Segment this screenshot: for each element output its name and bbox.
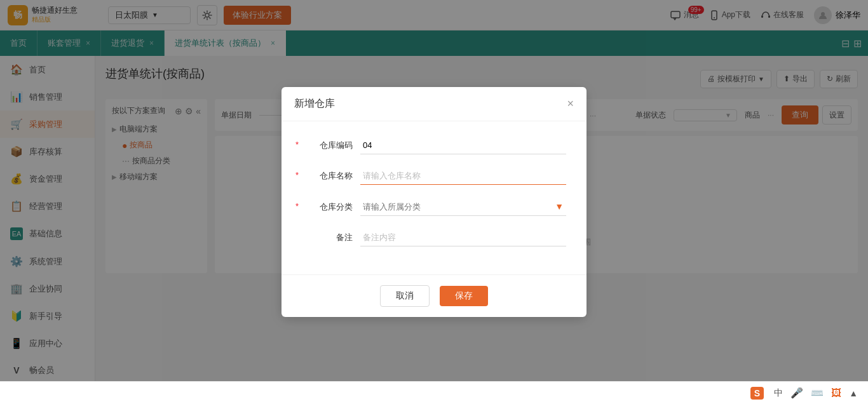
category-dropdown-icon: ▼ [555, 201, 564, 212]
photo-icon[interactable]: 🖼 [831, 387, 841, 399]
remark-input[interactable] [360, 229, 566, 246]
warehouse-name-row: 仓库名称 [302, 167, 566, 185]
warehouse-code-label: 仓库编码 [302, 140, 353, 151]
warehouse-name-label: 仓库名称 [302, 170, 353, 182]
warehouse-code-row: 仓库编码 [302, 137, 566, 154]
dialog-title: 新增仓库 [294, 97, 335, 111]
main-layout: 🏠 首页 📊 销售管理 🛒 采购管理 📦 库存核算 💰 资金管理 📋 经营管理 … [0, 56, 868, 404]
dialog-close-button[interactable]: × [567, 97, 574, 111]
content-area: 进货单统计(按商品) 🖨 按模板打印 ▼ ⬆ 导出 ↻ 刷新 [95, 56, 868, 404]
bottom-bar: S 中 🎤 ⌨️ 🖼 ▲ [0, 381, 868, 404]
keyboard-icon[interactable]: ⌨️ [811, 387, 824, 399]
cancel-button[interactable]: 取消 [380, 285, 430, 307]
warehouse-category-label: 仓库分类 [302, 201, 353, 213]
s-logo: S [750, 387, 764, 400]
remark-label: 备注 [302, 232, 353, 243]
save-button[interactable]: 保存 [440, 286, 488, 306]
modal-overlay: 新增仓库 × 仓库编码 仓库名称 仓库 [95, 56, 868, 404]
warehouse-category-row: 仓库分类 ▼ [302, 198, 566, 216]
microphone-icon[interactable]: 🎤 [790, 387, 803, 399]
remark-row: 备注 [302, 229, 566, 246]
new-warehouse-dialog: 新增仓库 × 仓库编码 仓库名称 仓库 [281, 87, 587, 317]
dialog-header: 新增仓库 × [281, 87, 587, 121]
dialog-body: 仓库编码 仓库名称 仓库分类 ▼ [281, 121, 587, 274]
warehouse-category-select[interactable]: ▼ [360, 198, 566, 216]
chinese-input-label[interactable]: 中 [774, 387, 783, 399]
warehouse-code-input[interactable] [360, 137, 566, 154]
s-brand: S [750, 387, 766, 400]
dialog-footer: 取消 保存 [281, 274, 587, 317]
warehouse-category-input[interactable] [363, 202, 555, 212]
warehouse-name-input[interactable] [360, 167, 566, 185]
expand-bottom-icon[interactable]: ▲ [849, 388, 858, 398]
